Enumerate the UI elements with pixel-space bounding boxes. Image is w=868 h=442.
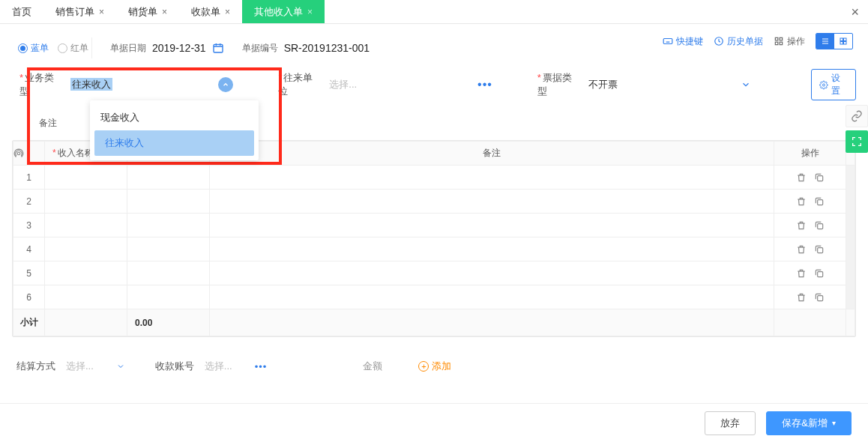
fullscreen-icon[interactable]: [846, 130, 868, 153]
calendar-icon[interactable]: [212, 42, 224, 54]
col-note-header: 备注: [210, 142, 774, 166]
svg-rect-9: [840, 42, 843, 45]
footer-bar: 放弃 保存&新增 ▾: [0, 403, 868, 442]
more-icon[interactable]: •••: [255, 361, 268, 372]
bill-no-value: SR-20191231-001: [284, 42, 370, 54]
close-icon[interactable]: ×: [162, 7, 167, 17]
grid-body: 1 2 3 4 5 6 小计0.00: [13, 166, 855, 336]
svg-rect-1: [663, 39, 672, 44]
dropdown-option-interco[interactable]: 往来收入: [94, 130, 254, 156]
svg-point-11: [823, 84, 825, 86]
copy-icon[interactable]: [814, 196, 825, 207]
operate-link[interactable]: 操作: [774, 35, 805, 48]
settle-method-select[interactable]: 选择...: [66, 360, 125, 373]
settle-method-label: 结算方式: [16, 360, 55, 373]
close-all-icon[interactable]: ×: [851, 4, 859, 20]
table-row[interactable]: 6: [13, 285, 855, 309]
svg-rect-17: [817, 271, 822, 276]
close-icon[interactable]: ×: [307, 7, 313, 17]
tab-delivery[interactable]: 销货单×: [116, 0, 179, 23]
svg-rect-16: [817, 247, 822, 252]
svg-rect-13: [817, 175, 822, 181]
svg-rect-4: [780, 37, 783, 40]
col-op-header: 操作: [774, 142, 846, 166]
view-grid-icon[interactable]: [834, 34, 852, 49]
table-row[interactable]: 4: [13, 237, 855, 261]
copy-icon[interactable]: [814, 244, 825, 255]
dropdown-option-cash[interactable]: 现金收入: [90, 105, 259, 130]
settle-amount-label: 金额: [363, 360, 382, 373]
radio-red[interactable]: 红单: [58, 42, 88, 55]
settings-button-wrap: 设置: [811, 69, 856, 100]
svg-rect-10: [844, 42, 847, 45]
radio-blue[interactable]: 蓝单: [18, 42, 49, 55]
svg-rect-3: [775, 37, 778, 40]
svg-rect-14: [817, 199, 822, 205]
biz-type-select[interactable]: 往来收入: [70, 73, 234, 96]
add-settlement-link[interactable]: + 添加: [418, 360, 451, 373]
svg-rect-18: [817, 295, 822, 300]
party-field: *往来单位 选择... •••: [278, 69, 492, 100]
table-row[interactable]: 5: [13, 261, 855, 285]
table-row[interactable]: 3: [13, 214, 855, 237]
svg-rect-7: [840, 38, 843, 41]
delete-icon[interactable]: [796, 220, 807, 231]
delete-icon[interactable]: [796, 196, 807, 207]
tab-other-income[interactable]: 其他收入单×: [242, 0, 325, 23]
biz-type-dropdown: 现金收入 往来收入: [90, 100, 259, 160]
subtotal-row: 小计0.00: [13, 309, 855, 336]
svg-rect-0: [214, 44, 223, 52]
delete-icon[interactable]: [796, 172, 807, 183]
col-index-header: [13, 142, 45, 166]
tab-sales-order[interactable]: 销售订单×: [43, 0, 116, 23]
attachment-icon[interactable]: [846, 105, 868, 127]
more-icon[interactable]: •••: [477, 78, 492, 91]
svg-rect-5: [775, 42, 778, 45]
tabs-bar: 首页 销售订单× 销货单× 收款单× 其他收入单× ×: [0, 0, 868, 24]
bill-color-group: 蓝单 红单: [12, 37, 92, 58]
svg-rect-15: [817, 223, 822, 228]
close-icon[interactable]: ×: [225, 7, 230, 17]
float-right-bar: [846, 105, 868, 153]
biz-type-field: *业务类型 往来收入: [19, 69, 233, 100]
invoice-type-field: *票据类型 不开票: [537, 69, 751, 100]
tab-receipt[interactable]: 收款单×: [179, 0, 242, 23]
bill-date: 单据日期 2019-12-31: [110, 42, 224, 55]
close-icon[interactable]: ×: [99, 7, 104, 17]
copy-icon[interactable]: [814, 172, 825, 183]
settlement-row: 结算方式 选择... 收款账号 选择... ••• 金额 + 添加: [12, 337, 856, 373]
history-link[interactable]: 历史单据: [714, 35, 763, 48]
delete-icon[interactable]: [796, 292, 807, 303]
svg-rect-8: [844, 38, 847, 41]
tab-home[interactable]: 首页: [0, 0, 43, 23]
invoice-select[interactable]: 不开票: [588, 73, 752, 96]
bill-date-value[interactable]: 2019-12-31: [152, 42, 206, 54]
chevron-up-icon[interactable]: [218, 77, 233, 92]
shortcut-link[interactable]: 快捷键: [663, 35, 703, 48]
settle-account-select[interactable]: 选择... •••: [205, 360, 268, 373]
discard-button[interactable]: 放弃: [705, 411, 756, 435]
table-row[interactable]: 1: [13, 166, 855, 190]
chevron-down-icon[interactable]: ▾: [832, 419, 836, 427]
table-row[interactable]: 2: [13, 190, 855, 214]
chevron-down-icon[interactable]: [116, 362, 125, 371]
delete-icon[interactable]: [796, 244, 807, 255]
settle-account-label: 收款账号: [155, 360, 194, 373]
income-grid: 收入名称 金额 备注 操作 1 2 3 4 5 6 小计0.00: [12, 140, 856, 337]
save-new-button[interactable]: 保存&新增 ▾: [766, 411, 852, 435]
view-toggle: [816, 33, 853, 49]
svg-point-12: [17, 152, 20, 155]
bill-no: 单据编号 SR-20191231-001: [242, 42, 370, 55]
svg-rect-6: [780, 42, 783, 45]
settings-button[interactable]: 设置: [811, 69, 856, 100]
view-list-icon[interactable]: [816, 34, 834, 49]
toolbar-right: 快捷键 历史单据 操作: [663, 33, 853, 49]
copy-icon[interactable]: [814, 268, 825, 279]
party-select[interactable]: 选择... •••: [329, 73, 492, 96]
copy-icon[interactable]: [814, 220, 825, 231]
chevron-down-icon[interactable]: [741, 79, 751, 90]
plus-icon: +: [418, 361, 429, 372]
copy-icon[interactable]: [814, 292, 825, 303]
scrollbar[interactable]: [846, 166, 855, 309]
delete-icon[interactable]: [796, 268, 807, 279]
